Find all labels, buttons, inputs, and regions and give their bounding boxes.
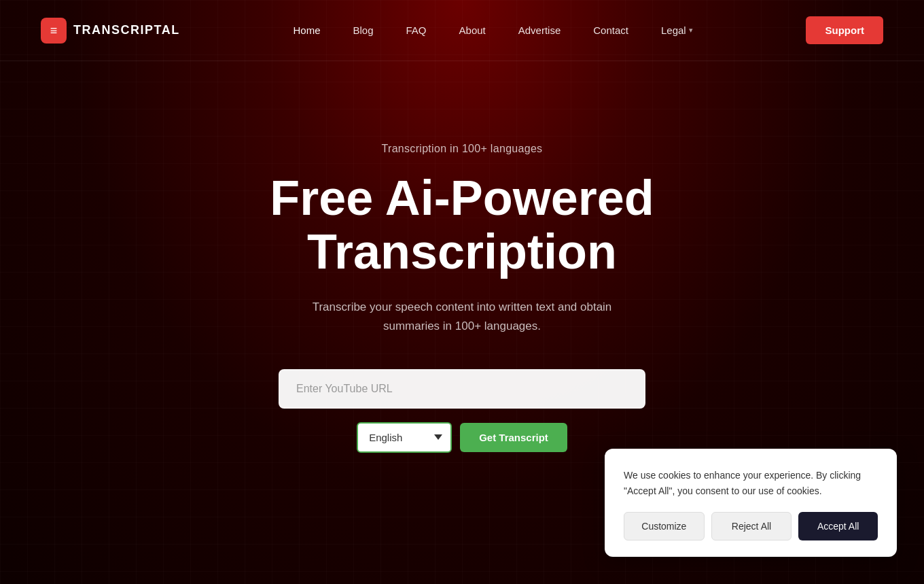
nav-contact[interactable]: Contact	[580, 19, 642, 41]
cookie-message: We use cookies to enhance your experienc…	[624, 468, 878, 498]
nav-faq[interactable]: FAQ	[393, 19, 440, 41]
logo-icon: ≡	[41, 18, 67, 44]
nav-about[interactable]: About	[446, 19, 499, 41]
logo[interactable]: ≡ TRANSCRIPTAL	[41, 18, 180, 44]
form-controls: EnglishSpanishFrenchGermanChineseJapanes…	[357, 422, 567, 453]
main-nav: Home Blog FAQ About Advertise Contact Le…	[279, 19, 706, 41]
language-select[interactable]: EnglishSpanishFrenchGermanChineseJapanes…	[357, 422, 452, 453]
accept-all-button[interactable]: Accept All	[798, 512, 878, 540]
url-input-container	[279, 369, 645, 409]
cookie-buttons: Customize Reject All Accept All	[624, 512, 878, 540]
main-content: Transcription in 100+ languages Free Ai-…	[0, 61, 924, 453]
cookie-banner: We use cookies to enhance your experienc…	[605, 449, 897, 557]
tagline: Transcription in 100+ languages	[382, 143, 543, 155]
hero-subtitle: Transcribe your speech content into writ…	[292, 298, 632, 334]
get-transcript-button[interactable]: Get Transcript	[460, 423, 567, 452]
youtube-url-input[interactable]	[279, 369, 645, 409]
header: ≡ TRANSCRIPTAL Home Blog FAQ About Adver…	[0, 0, 924, 61]
customize-button[interactable]: Customize	[624, 512, 705, 540]
hero-title: Free Ai-Powered Transcription	[224, 171, 700, 279]
logo-text: TRANSCRIPTAL	[73, 23, 180, 37]
nav-advertise[interactable]: Advertise	[505, 19, 575, 41]
nav-legal[interactable]: Legal ▾	[647, 19, 707, 41]
support-button[interactable]: Support	[806, 16, 883, 44]
chevron-down-icon: ▾	[689, 26, 693, 35]
reject-all-button[interactable]: Reject All	[711, 512, 792, 540]
menu-icon: ≡	[50, 24, 58, 37]
nav-home[interactable]: Home	[279, 19, 334, 41]
nav-blog[interactable]: Blog	[339, 19, 387, 41]
